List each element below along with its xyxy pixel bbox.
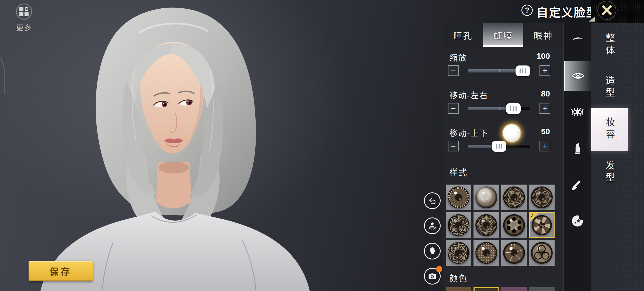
color-swatch-2[interactable] bbox=[474, 287, 499, 291]
iris-preview bbox=[503, 242, 525, 264]
iris-style-5[interactable] bbox=[446, 212, 471, 238]
panel-collapse-handle[interactable] bbox=[0, 54, 6, 97]
iris-preview bbox=[475, 186, 497, 208]
iris-preview bbox=[448, 186, 469, 208]
face-paint-icon bbox=[570, 214, 585, 228]
iris-style-6[interactable] bbox=[474, 212, 499, 238]
slider-handle[interactable] bbox=[516, 65, 530, 76]
category-lipstick[interactable] bbox=[564, 133, 591, 164]
makeup-brush-icon bbox=[570, 178, 585, 193]
handle-grip-line bbox=[513, 106, 514, 111]
iris-preview bbox=[503, 214, 525, 236]
slider-controls: −+ bbox=[443, 65, 563, 77]
handle-grip-line bbox=[516, 106, 517, 111]
camera-icon bbox=[427, 271, 437, 281]
color-swatch-1[interactable] bbox=[446, 287, 471, 291]
slider-handle[interactable] bbox=[492, 141, 506, 152]
category-eyebrow[interactable] bbox=[564, 24, 591, 54]
iris-style-11[interactable] bbox=[501, 240, 527, 266]
category-eye[interactable] bbox=[564, 61, 591, 91]
hairstyle-preview-button[interactable] bbox=[424, 243, 441, 259]
handle-grip-line bbox=[499, 144, 500, 149]
more-circle bbox=[16, 4, 32, 20]
slider-label: 移动-上下 bbox=[449, 126, 488, 138]
tab-bar: 瞳孔虹膜眼神 bbox=[443, 23, 563, 47]
category-face-paint[interactable] bbox=[564, 206, 591, 236]
slider-decrease-button[interactable]: − bbox=[448, 141, 459, 151]
tab-iris[interactable]: 虹膜 bbox=[483, 23, 523, 47]
slider-decrease-button[interactable]: − bbox=[448, 103, 459, 114]
iris-style-10[interactable] bbox=[474, 240, 499, 266]
hairstyle-preview-icon bbox=[427, 246, 437, 256]
iris-style-2[interactable] bbox=[474, 185, 499, 210]
slider-increase-button[interactable]: + bbox=[539, 65, 550, 76]
sidebar-item-2[interactable]: 造型 bbox=[591, 71, 628, 104]
grid-square bbox=[25, 12, 29, 16]
handle-grip-line bbox=[520, 68, 521, 73]
iris-style-1[interactable] bbox=[446, 185, 471, 210]
notification-dot bbox=[436, 266, 442, 272]
grid-square-hollow bbox=[25, 7, 28, 11]
category-eyelash[interactable] bbox=[564, 97, 591, 127]
customize-panel: 瞳孔虹膜眼神 缩放100−+移动-左右80−+移动-上下50−+ 样式 ✓ 颜色 bbox=[443, 23, 564, 291]
slider-decrease-button[interactable]: − bbox=[448, 65, 459, 76]
makeup-category-strip bbox=[564, 23, 591, 291]
slider-value: 100 bbox=[537, 51, 550, 61]
more-button[interactable]: 更多 bbox=[15, 4, 33, 33]
help-icon[interactable]: ? bbox=[521, 5, 533, 16]
iris-preview bbox=[448, 242, 469, 264]
category-makeup-brush[interactable] bbox=[564, 170, 591, 200]
iris-preview bbox=[448, 214, 469, 236]
lipstick-icon bbox=[570, 141, 585, 156]
slider-increase-button[interactable]: + bbox=[539, 141, 550, 151]
slider-increase-button[interactable]: + bbox=[539, 103, 550, 114]
close-button[interactable] bbox=[597, 1, 616, 20]
slider-handle[interactable] bbox=[506, 103, 521, 114]
handle-grip-line bbox=[522, 68, 523, 73]
slider-value: 80 bbox=[541, 89, 550, 98]
style-section-label: 样式 bbox=[449, 166, 468, 178]
character-preview bbox=[0, 0, 431, 291]
slider-label: 移动-左右 bbox=[449, 89, 488, 101]
handle-grip-line bbox=[510, 106, 511, 111]
slider-controls: −+ bbox=[443, 141, 563, 152]
undo-icon bbox=[427, 196, 437, 206]
sidebar-item-4[interactable]: 发型 bbox=[591, 156, 628, 189]
slider-midpoint-tick bbox=[499, 107, 500, 110]
iris-style-12[interactable] bbox=[529, 240, 555, 266]
iris-preview bbox=[532, 215, 552, 235]
iris-style-4[interactable] bbox=[529, 185, 555, 210]
slider-midpoint-tick bbox=[499, 69, 500, 72]
iris-preview bbox=[531, 186, 553, 208]
grid-icon bbox=[19, 7, 29, 16]
slider-fill bbox=[468, 69, 523, 72]
iris-preview bbox=[475, 214, 497, 236]
more-label: 更多 bbox=[16, 22, 32, 33]
eye-icon bbox=[571, 68, 585, 83]
main-category-sidebar: 整体造型妆容发型 bbox=[591, 23, 644, 291]
save-button[interactable]: 保存 bbox=[29, 261, 93, 281]
sidebar-item-1[interactable]: 整体 bbox=[591, 29, 628, 61]
tab-pupil[interactable]: 瞳孔 bbox=[443, 23, 483, 47]
color-swatch-3[interactable] bbox=[501, 287, 527, 291]
slider-move-vertical: 移动-上下50−+ bbox=[443, 126, 563, 159]
iris-preview bbox=[503, 186, 525, 208]
eyebrow-icon bbox=[570, 32, 585, 46]
slider-label: 缩放 bbox=[449, 51, 467, 63]
grid-square bbox=[19, 12, 23, 16]
iris-style-3[interactable] bbox=[501, 185, 527, 210]
rotate-character-button[interactable] bbox=[424, 217, 441, 234]
iris-style-8[interactable]: ✓ bbox=[529, 212, 555, 238]
sidebar-item-3[interactable]: 妆容 bbox=[591, 108, 628, 151]
iris-style-7[interactable] bbox=[501, 212, 527, 238]
slider-move-horizontal: 移动-左右80−+ bbox=[443, 89, 563, 121]
iris-style-9[interactable] bbox=[446, 240, 471, 266]
strip-pointer bbox=[589, 17, 595, 22]
color-swatch-4[interactable] bbox=[529, 287, 555, 291]
camera-button[interactable] bbox=[424, 268, 441, 285]
handle-grip-line bbox=[496, 144, 497, 149]
rotate-character-icon bbox=[427, 221, 437, 231]
slider-track[interactable] bbox=[468, 107, 530, 110]
undo-button[interactable] bbox=[424, 192, 441, 209]
tab-gaze[interactable]: 眼神 bbox=[523, 23, 563, 47]
